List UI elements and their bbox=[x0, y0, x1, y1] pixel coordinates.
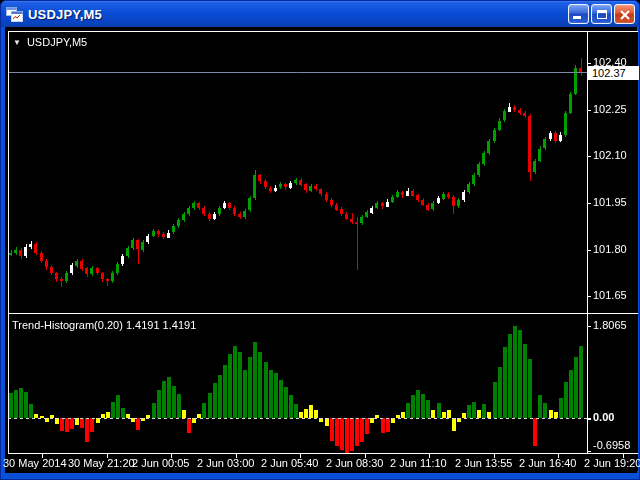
symbol-label-text: USDJPY,M5 bbox=[27, 36, 87, 48]
maximize-button[interactable] bbox=[591, 4, 612, 24]
time-tick-label: 30 May 21:20 bbox=[68, 457, 135, 469]
price-tick-label: 101.95 bbox=[593, 196, 627, 208]
time-tick-label: 2 Jun 13:55 bbox=[455, 457, 513, 469]
time-tick-label: 2 Jun 19:20 bbox=[584, 457, 640, 469]
price-tick-label: 102.10 bbox=[593, 149, 627, 161]
time-tick-label: 30 May 2014 bbox=[3, 457, 67, 469]
chart-window: USDJPY,M5 ▼USDJPY,M5 Trend-Histogram(0.2… bbox=[0, 0, 640, 480]
minimize-icon bbox=[573, 16, 581, 19]
indicator-tick-label: 0.00 bbox=[593, 411, 614, 423]
close-button[interactable] bbox=[614, 4, 635, 24]
price-tick-label: 101.65 bbox=[593, 289, 627, 301]
price-tick-label: 102.25 bbox=[593, 103, 627, 115]
time-tick-label: 2 Jun 05:40 bbox=[261, 457, 319, 469]
indicator-tick-label: 1.8065 bbox=[593, 319, 627, 331]
window-titlebar[interactable]: USDJPY,M5 bbox=[1, 1, 639, 27]
indicator-tick-label: -0.6958 bbox=[593, 439, 630, 451]
app-icon bbox=[6, 7, 23, 22]
chart-client-area bbox=[5, 27, 637, 473]
close-icon bbox=[619, 9, 631, 21]
time-tick-label: 2 Jun 08:30 bbox=[326, 457, 384, 469]
time-tick-label: 2 Jun 00:05 bbox=[132, 457, 190, 469]
indicator-label: Trend-Histogram(0.20) 1.4191 1.4191 bbox=[12, 319, 196, 331]
time-tick-label: 2 Jun 11:10 bbox=[390, 457, 447, 469]
price-tick-label: 101.80 bbox=[593, 243, 627, 255]
price-tick-label: 102.40 bbox=[593, 56, 627, 68]
window-title: USDJPY,M5 bbox=[28, 7, 568, 22]
symbol-marker-icon: ▼ bbox=[13, 38, 21, 47]
time-tick-label: 2 Jun 16:40 bbox=[519, 457, 577, 469]
maximize-icon bbox=[597, 10, 607, 19]
chart-symbol-label[interactable]: ▼USDJPY,M5 bbox=[13, 36, 87, 48]
candlestick-and-histogram-canvas[interactable] bbox=[8, 31, 638, 471]
current-price-box: 102.37 bbox=[588, 66, 639, 80]
time-tick-label: 2 Jun 03:00 bbox=[197, 457, 255, 469]
minimize-button[interactable] bbox=[568, 4, 589, 24]
